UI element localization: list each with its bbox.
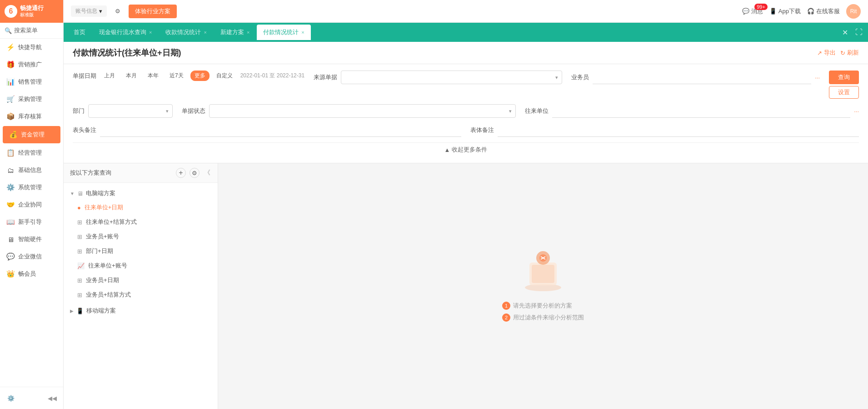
body-note-input[interactable]: [498, 123, 859, 137]
sidebar-item-system[interactable]: ⚙️ 系统管理: [0, 179, 63, 196]
tab-payment-stats[interactable]: 收款情况统计 ×: [159, 25, 213, 40]
date-btn-this-year[interactable]: 本年: [144, 71, 163, 81]
search-icon: 🔍: [5, 27, 12, 34]
date-btn-custom[interactable]: 自定义: [212, 71, 237, 81]
scheme-list: ▼ 🖥 电脑端方案 ● 往来单位+日期 ⊞ 往来单位+结算方式: [64, 183, 218, 409]
sidebar-item-purchase[interactable]: 🛒 采购管理: [0, 91, 63, 108]
scheme-item-unit-account[interactable]: 📈 往来单位+账号: [64, 258, 218, 273]
salesperson-more-icon[interactable]: ···: [815, 74, 820, 81]
sidebar-bottom: ⚙️ ◀◀: [0, 387, 63, 409]
header-settings-button[interactable]: ⚙: [111, 5, 124, 18]
operations-icon: 📋: [6, 149, 15, 157]
sidebar-gear-button[interactable]: ⚙️: [5, 392, 17, 404]
sidebar-item-hardware[interactable]: 🖥 智能硬件: [0, 231, 63, 248]
trial-plan-button[interactable]: 体验行业方案: [129, 5, 177, 18]
user-avatar[interactable]: Rit: [846, 4, 861, 19]
tab-home-label: 首页: [74, 28, 85, 36]
mobile-group-arrow-icon: ▶: [70, 308, 74, 313]
online-service-button[interactable]: 🎧 在线客服: [807, 7, 840, 15]
scheme-add-button[interactable]: +: [176, 168, 186, 178]
scheme-panel-collapse-button[interactable]: 《: [203, 168, 211, 178]
scheme-panel-title: 按以下方案查询: [70, 169, 111, 177]
sidebar-item-member[interactable]: 👑 畅会员: [0, 265, 63, 283]
date-btn-this-month[interactable]: 本月: [122, 71, 141, 81]
scheme-item-salesperson-date[interactable]: ⊞ 业务员+日期: [64, 273, 218, 288]
tab-cash-flow[interactable]: 现金银行流水查询 ×: [93, 25, 158, 40]
sidebar-item-basic[interactable]: 🗂 基础信息: [0, 162, 63, 179]
scheme-group-desktop-header[interactable]: ▼ 🖥 电脑端方案: [64, 187, 218, 200]
app-download-button[interactable]: 📱 App下载: [769, 7, 801, 15]
sidebar-item-quick-nav[interactable]: ⚡ 快捷导航: [0, 39, 63, 56]
scheme-settings-button[interactable]: ⚙: [190, 168, 200, 178]
scheme-item-dept-date[interactable]: ⊞ 部门+日期: [64, 244, 218, 258]
salesperson-settlement-icon: ⊞: [77, 292, 82, 298]
export-button[interactable]: ↗ 导出: [817, 49, 836, 57]
sidebar-item-finance[interactable]: 💰 资金管理: [3, 126, 60, 143]
sidebar-item-wechat[interactable]: 💬 企业微信: [0, 248, 63, 265]
filter-row-2: 部门 ▾ 单据状态 ▾ 往来单位: [73, 104, 859, 118]
svg-rect-2: [532, 265, 554, 283]
tab-payment-plan-close-icon[interactable]: ×: [301, 30, 304, 35]
scheme-item-salesperson-settlement[interactable]: ⊞ 业务员+结算方式: [64, 288, 218, 302]
marketing-icon: 🎁: [6, 61, 15, 69]
dept-label: 部门: [73, 107, 85, 115]
sidebar-item-guide[interactable]: 📖 新手引导: [0, 213, 63, 231]
date-btn-last-month[interactable]: 上月: [100, 71, 119, 81]
collapse-filter-icon: ▲: [444, 146, 450, 153]
page-title: 付款情况统计(往来单位+日期): [73, 47, 181, 58]
filter-settings-button[interactable]: 设置: [829, 86, 859, 99]
tab-home[interactable]: 首页: [67, 25, 92, 40]
date-btn-more[interactable]: 更多: [190, 71, 210, 81]
sidebar-item-enterprise[interactable]: 🤝 企业协同: [0, 196, 63, 213]
search-menu-btn[interactable]: 🔍 搜索菜单: [0, 23, 63, 39]
page-actions: ↗ 导出 ↻ 刷新: [817, 49, 859, 57]
wechat-icon: 💬: [6, 252, 15, 261]
scheme-item-unit-date[interactable]: ● 往来单位+日期: [64, 200, 218, 215]
scheme-item-salesperson-account[interactable]: ⊞ 业务员+账号: [64, 229, 218, 244]
collapse-filter-button[interactable]: ▲ 收起更多条件: [73, 142, 859, 157]
header-note-input[interactable]: [100, 123, 461, 137]
salesperson-label: 业务员: [571, 73, 589, 81]
sidebar-item-marketing[interactable]: 🎁 营销推广: [0, 56, 63, 73]
sidebar-item-label: 库存核算: [18, 112, 42, 121]
query-button[interactable]: 查询: [829, 71, 859, 84]
refresh-button[interactable]: ↻ 刷新: [840, 49, 859, 57]
sidebar-item-operations[interactable]: 📋 经营管理: [0, 144, 63, 162]
date-btn-last-7[interactable]: 近7天: [165, 71, 188, 81]
user-name: Rit: [850, 8, 857, 15]
filter-body-note: 表体备注: [470, 123, 859, 137]
sidebar-item-sales[interactable]: 📊 销售管理: [0, 73, 63, 91]
tab-expand-icon[interactable]: ⛶: [853, 26, 864, 38]
account-info[interactable]: 账号信息 ▾: [71, 5, 107, 17]
sidebar-item-label: 畅会员: [18, 270, 36, 278]
scheme-group-mobile: ▶ 📱 移动端方案: [64, 304, 218, 318]
related-unit-more-icon[interactable]: ···: [854, 108, 859, 115]
related-unit-input[interactable]: [552, 104, 850, 118]
tab-payment-stats-close-icon[interactable]: ×: [204, 30, 206, 35]
tab-payment-plan[interactable]: 付款情况统计 ×: [257, 25, 310, 40]
sidebar-collapse-button[interactable]: ◀◀: [46, 392, 59, 404]
tab-new-plan-close-icon[interactable]: ×: [247, 30, 249, 35]
dept-select[interactable]: ▾: [88, 104, 173, 118]
source-bill-select[interactable]: ▾: [341, 71, 562, 84]
tab-close-all-icon[interactable]: ✕: [840, 26, 850, 39]
bill-status-select[interactable]: ▾: [209, 104, 516, 118]
account-name: 账号信息: [75, 7, 97, 15]
sidebar-item-inventory[interactable]: 📦 库存核算: [0, 108, 63, 125]
filter-header-note: 表头备注: [73, 123, 461, 137]
sidebar-item-label: 快捷导航: [18, 43, 42, 51]
date-range-text: 2022-01-01 至 2022-12-31: [240, 72, 304, 80]
message-button[interactable]: 💬 消息 99+: [742, 7, 763, 15]
scheme-item-unit-settlement[interactable]: ⊞ 往来单位+结算方式: [64, 215, 218, 229]
tab-new-plan[interactable]: 新建方案 ×: [214, 25, 256, 40]
tab-cash-flow-close-icon[interactable]: ×: [149, 30, 152, 35]
scheme-group-mobile-header[interactable]: ▶ 📱 移动端方案: [64, 304, 218, 318]
filter-area: 单据日期 上月 本月 本年 近7天 更多 自定义 2022-01-01 至 20…: [64, 64, 868, 163]
salesperson-input[interactable]: [593, 71, 811, 84]
sidebar-item-label: 智能硬件: [18, 235, 42, 243]
service-label: 在线客服: [816, 7, 840, 15]
system-icon: ⚙️: [6, 183, 15, 192]
search-menu-label: 搜索菜单: [14, 26, 38, 35]
unit-date-icon: ●: [77, 204, 81, 211]
sidebar-nav: ⚡ 快捷导航 🎁 营销推广 📊 销售管理 🛒 采购管理 📦 库存核算 💰 资金管…: [0, 39, 63, 387]
